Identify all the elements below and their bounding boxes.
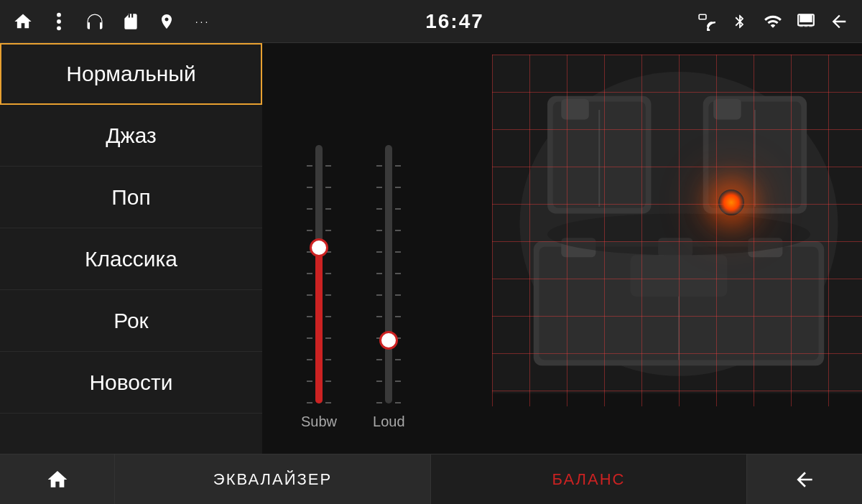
wifi-icon [761,10,784,33]
sidebar-item-jazz[interactable]: Джаз [0,105,262,167]
home-bottom-button[interactable] [0,454,115,504]
loud-label: Loud [373,414,405,430]
balance-dot[interactable] [718,190,744,215]
status-bar-right [695,10,851,33]
status-bar-left: ··· [11,10,214,33]
sdcard-icon[interactable] [119,10,142,33]
sidebar: Нормальный Джаз Поп Классика Рок Новости [0,43,262,454]
sidebar-item-normal[interactable]: Нормальный [0,43,262,105]
menu-icon[interactable] [47,10,70,33]
sidebar-item-classic[interactable]: Классика [0,228,262,290]
balance-button[interactable]: БАЛАНС [431,454,747,504]
dots-icon: ··· [191,10,214,33]
screen-icon [794,10,817,33]
main-content: Нормальный Джаз Поп Классика Рок Новости… [0,43,862,454]
subw-fill [315,248,323,403]
loud-thumb[interactable] [379,331,398,350]
headphones-icon[interactable] [83,10,106,33]
subw-thumb[interactable] [310,238,328,257]
loud-slider-container: Loud [373,145,405,447]
grid-overlay [492,55,862,406]
svg-rect-3 [699,14,706,19]
svg-point-0 [57,12,61,17]
car-area[interactable] [492,55,862,406]
subw-label: Subw [301,414,337,430]
cast-icon [695,10,718,33]
back-bottom-button[interactable] [747,454,862,504]
right-panel: ЦЕНТР Subw Loud [262,43,862,454]
loud-track[interactable] [385,145,392,403]
bottom-bar: ЭКВАЛАЙЗЕР БАЛАНС [0,454,862,504]
status-bar: ··· 16:47 [0,0,862,43]
subw-track[interactable] [315,145,323,403]
home-icon[interactable] [11,10,34,33]
sidebar-item-rock[interactable]: Рок [0,290,262,352]
sidebar-item-pop[interactable]: Поп [0,167,262,228]
subw-slider-container: Subw [301,145,337,447]
sidebar-item-news[interactable]: Новости [0,352,262,414]
svg-point-2 [57,26,61,30]
location-icon[interactable] [155,10,178,33]
bluetooth-icon [728,10,751,33]
back-status-icon[interactable] [828,10,851,33]
car-grid [492,55,862,406]
svg-point-1 [57,19,61,24]
clock: 16:47 [425,10,484,33]
equalizer-button[interactable]: ЭКВАЛАЙЗЕР [115,454,431,504]
